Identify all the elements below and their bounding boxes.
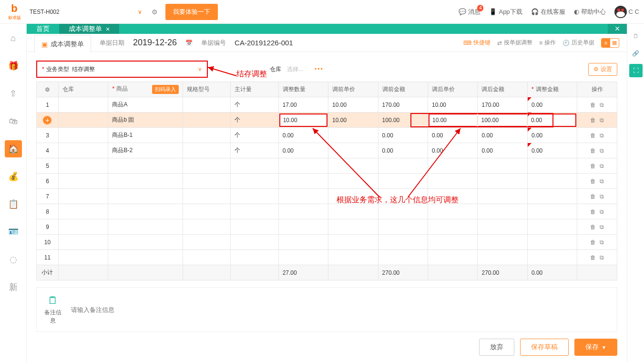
right-link-icon[interactable]: 🔗 (629, 47, 643, 60)
cell-warehouse[interactable] (58, 158, 108, 174)
cell-product[interactable] (108, 204, 183, 219)
cell-post-price[interactable] (428, 250, 478, 265)
warehouse-select[interactable]: 仓库 选择... ••• (270, 65, 324, 73)
cell-pre-price[interactable] (328, 143, 378, 158)
cell-spec[interactable] (183, 174, 231, 189)
cell-warehouse[interactable] (58, 97, 108, 113)
cell-warehouse[interactable] (58, 204, 108, 219)
save-button[interactable]: 保存 ▼ (574, 339, 617, 356)
messages-link[interactable]: 💬 消息 4 (459, 8, 480, 16)
col-warehouse[interactable]: 仓库 (58, 82, 108, 97)
cell-pre-price[interactable]: 10.00 (328, 97, 378, 113)
table-row[interactable]: 3商品B-1个0.000.000.000.000.00🗑⧉ (37, 128, 617, 143)
copy-icon[interactable]: ⧉ (600, 178, 604, 185)
cell-post-price[interactable] (428, 204, 478, 219)
table-row[interactable]: 4商品B-2个0.000.000.000.000.00🗑⧉ (37, 143, 617, 158)
save-draft-button[interactable]: 保存草稿 (520, 339, 569, 356)
cell-pre-price[interactable] (328, 189, 378, 204)
delete-icon[interactable]: 🗑 (590, 102, 596, 108)
more-icon[interactable]: ••• (315, 66, 324, 72)
cell-qty[interactable] (278, 174, 328, 189)
cell-warehouse[interactable] (58, 189, 108, 204)
cell-pre-price[interactable] (328, 158, 378, 174)
tab-home[interactable]: 首页 (27, 24, 59, 34)
cell-unit[interactable] (231, 219, 278, 235)
cell-warehouse[interactable] (58, 143, 108, 158)
cell-unit[interactable]: 个 (231, 143, 278, 158)
cell-spec[interactable] (183, 128, 231, 143)
table-row[interactable]: 9🗑⧉ (37, 219, 617, 235)
table-row[interactable]: 5🗑⧉ (37, 158, 617, 174)
copy-icon[interactable]: ⧉ (600, 163, 604, 169)
delete-icon[interactable]: 🗑 (590, 117, 596, 124)
copy-icon[interactable]: ⧉ (600, 117, 604, 124)
cell-post-amount[interactable]: 170.00 (478, 97, 527, 113)
date-value[interactable]: 2019-12-26 (133, 38, 177, 48)
col-product[interactable]: *商品扫码录入 (108, 82, 183, 97)
cell-unit[interactable]: 个 (231, 128, 278, 143)
cell-post-price[interactable]: 10.00 (428, 113, 478, 128)
col-adjust-amount[interactable]: *调整金额 (527, 82, 577, 97)
cell-adj-amount[interactable]: 0.00 (527, 97, 577, 113)
right-expand-icon[interactable]: ⛶ (629, 64, 643, 77)
delete-icon[interactable]: 🗑 (590, 163, 596, 169)
online-service-link[interactable]: 🎧 在线客服 (531, 8, 565, 16)
cell-pre-amount[interactable] (378, 219, 428, 235)
cell-spec[interactable] (183, 250, 231, 265)
bill-adjust-link[interactable]: ⇄ 按单据调整 (497, 39, 532, 47)
cell-adj-amount[interactable] (527, 204, 577, 219)
cell-warehouse[interactable] (58, 113, 108, 128)
cell-qty[interactable] (278, 189, 328, 204)
copy-icon[interactable]: ⧉ (600, 254, 604, 261)
discard-button[interactable]: 放弃 (479, 339, 514, 356)
rail-up-icon[interactable]: ⇧ (5, 85, 22, 102)
cell-pre-price[interactable] (328, 174, 378, 189)
col-gear[interactable]: ⚙ (37, 82, 59, 97)
cell-pre-price[interactable] (328, 219, 378, 235)
delete-icon[interactable]: 🗑 (590, 239, 596, 246)
col-adjust-qty[interactable]: 调整数量 (278, 82, 328, 97)
cell-product[interactable] (108, 235, 183, 250)
col-pre-price[interactable]: 调前单价 (328, 82, 378, 97)
cell-pre-amount[interactable] (378, 158, 428, 174)
cell-adj-amount[interactable] (527, 219, 577, 235)
delete-icon[interactable]: 🗑 (590, 208, 596, 215)
cell-post-amount[interactable] (478, 219, 527, 235)
delete-icon[interactable]: 🗑 (590, 254, 596, 261)
cell-warehouse[interactable] (58, 250, 108, 265)
cell-post-amount[interactable] (478, 189, 527, 204)
cell-product[interactable] (108, 174, 183, 189)
cell-pre-price[interactable] (328, 235, 378, 250)
cell-adj-amount[interactable]: 0.00 (527, 143, 577, 158)
cell-pre-amount[interactable] (378, 235, 428, 250)
rail-clipboard-icon[interactable]: 📋 (5, 196, 22, 213)
rail-money-icon[interactable]: 💰 (5, 168, 22, 185)
cell-spec[interactable] (183, 158, 231, 174)
help-center-link[interactable]: ◐ 帮助中心 (574, 8, 606, 16)
copy-icon[interactable]: ⧉ (600, 102, 604, 108)
cell-pre-amount[interactable]: 0.00 (378, 128, 428, 143)
add-row-button[interactable]: + (37, 113, 59, 128)
cell-pre-amount[interactable]: 100.00 (378, 113, 428, 128)
cell-spec[interactable] (183, 189, 231, 204)
settings-button[interactable]: ⚙ 设置 (588, 63, 617, 76)
cell-pre-amount[interactable] (378, 174, 428, 189)
col-post-amount[interactable]: 调后金额 (478, 82, 527, 97)
copy-icon[interactable]: ⧉ (600, 147, 604, 154)
cell-post-amount[interactable] (478, 158, 527, 174)
cell-qty[interactable] (278, 158, 328, 174)
view-toggle[interactable]: ≡▦ (601, 38, 619, 48)
cell-post-amount[interactable] (478, 204, 527, 219)
remarks-input[interactable] (71, 306, 610, 313)
col-pre-amount[interactable]: 调前金额 (378, 82, 428, 97)
trial-button[interactable]: 我要体验一下 (165, 4, 218, 20)
cell-post-price[interactable] (428, 189, 478, 204)
rail-bag-icon[interactable]: 🛍 (5, 113, 22, 130)
cell-pre-amount[interactable] (378, 204, 428, 219)
table-row[interactable]: 1商品A个17.0010.00170.0010.00170.000.00🗑⧉ (37, 97, 617, 113)
hotkey-link[interactable]: ⌨ 快捷键 (463, 39, 491, 47)
cell-post-amount[interactable]: 100.00 (478, 113, 527, 128)
delete-icon[interactable]: 🗑 (590, 147, 596, 154)
copy-icon[interactable]: ⧉ (600, 193, 604, 200)
cell-qty[interactable] (278, 235, 328, 250)
